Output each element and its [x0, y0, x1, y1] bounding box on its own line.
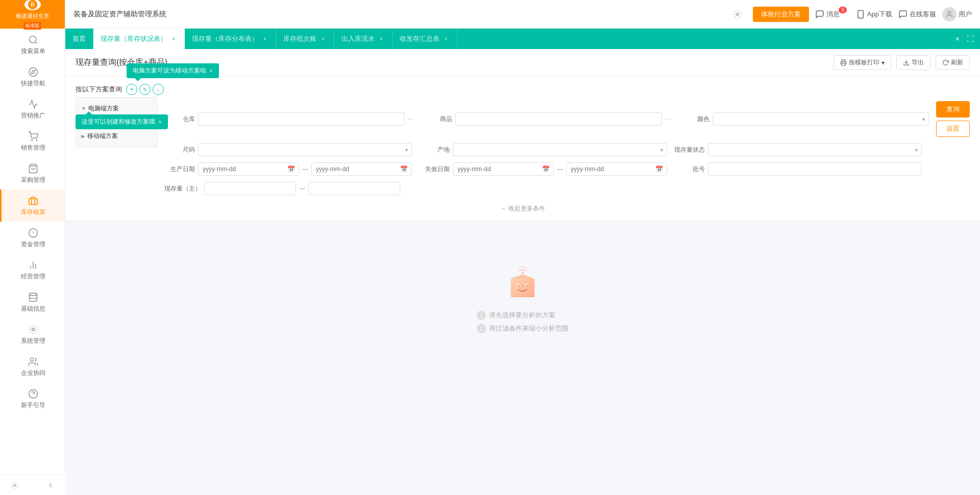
- sidebar-item-system[interactable]: 系统管理: [0, 318, 65, 350]
- svg-point-0: [30, 36, 36, 43]
- goods-dots[interactable]: ···: [665, 115, 672, 123]
- trial-btn[interactable]: 体验行业方案: [753, 7, 809, 22]
- quantity-input[interactable]: [204, 182, 296, 195]
- sidebar-item-operation[interactable]: 经营管理: [0, 254, 65, 286]
- warehouse-input[interactable]: [198, 112, 405, 126]
- svg-point-19: [14, 484, 16, 486]
- tab-inout[interactable]: 出入库流水 ×: [334, 29, 393, 49]
- tab-inout-close[interactable]: ×: [378, 35, 385, 42]
- top-header: 装备及固定资产辅助管理系统 体验行业方案 消息 8 App下载 在线客服 用户: [65, 0, 980, 29]
- svg-marker-3: [31, 70, 35, 74]
- warehouse-dots[interactable]: ···: [408, 115, 414, 123]
- export-btn[interactable]: 导出: [896, 55, 930, 70]
- svg-point-30: [526, 285, 528, 287]
- sidebar-item-enterprise[interactable]: 企业协同: [0, 350, 65, 383]
- sidebar-collapse-btn[interactable]: [36, 477, 65, 493]
- tooltip2-close-btn[interactable]: ×: [158, 119, 162, 126]
- scheme-mobile-expand[interactable]: ▶ 移动端方案: [76, 129, 157, 143]
- produce-date-start: [198, 162, 299, 176]
- tab-fullscreen-btn[interactable]: ⛶: [965, 33, 976, 45]
- sidebar-item-purchase[interactable]: 采购管理: [0, 157, 65, 190]
- setting-btn[interactable]: 设置: [936, 121, 970, 137]
- sidebar-item-guide[interactable]: 新手引导: [0, 383, 65, 415]
- logo-text: 畅捷通好生意: [16, 12, 50, 20]
- expire-date-start: [453, 162, 554, 176]
- tab-inventory-status-label: 现存量（库存状况表）: [101, 34, 167, 43]
- tooltip1-text: 电脑方案可设为移动方案啦: [133, 66, 206, 75]
- tab-batch[interactable]: 库存批次账 ×: [276, 29, 334, 49]
- filter-group-quantity: 现存量（主） —: [164, 182, 970, 195]
- logo-icon: [24, 0, 41, 10]
- export-label: 导出: [912, 58, 924, 67]
- sidebar-item-quicknav[interactable]: 快捷导航: [0, 61, 65, 93]
- template-print-btn[interactable]: 按模板打印 ▾: [834, 55, 891, 70]
- sidebar-item-search[interactable]: 搜索菜单: [0, 29, 65, 61]
- produce-date-start-input[interactable]: [198, 162, 299, 176]
- tab-batch-label: 库存批次账: [283, 34, 316, 43]
- sidebar-settings-btn[interactable]: [0, 477, 30, 493]
- collapse-bar: 收起更多条件: [76, 201, 970, 218]
- svg-point-16: [30, 358, 34, 362]
- arrow-scheme-btn[interactable]: ←: [153, 84, 164, 95]
- tab-inventory-status-close[interactable]: ×: [170, 35, 177, 42]
- svg-point-14: [30, 293, 37, 296]
- scheme-desktop-label: 电脑端方案: [88, 104, 119, 113]
- edit-scheme-btn[interactable]: ✎: [139, 84, 151, 95]
- filter-group-color: 颜色: [679, 112, 929, 126]
- filter-group-size: 尺码: [164, 143, 412, 156]
- scheme-mobile-label: 移动端方案: [87, 132, 118, 140]
- app-label: App下载: [867, 10, 892, 19]
- tab-inventory-dist-close[interactable]: ×: [261, 35, 268, 42]
- sidebar-logo: 畅捷通好生意 标准版: [0, 0, 65, 29]
- inv-status-select[interactable]: [708, 143, 922, 156]
- collapse-btn[interactable]: 收起更多条件: [500, 204, 545, 213]
- sidebar-item-inventory[interactable]: 库存核算: [0, 190, 65, 222]
- refresh-btn[interactable]: 刷新: [936, 55, 970, 70]
- svg-point-15: [32, 328, 35, 331]
- tab-inventory-dist[interactable]: 现存量（库存分布表） ×: [185, 29, 276, 49]
- sidebar-item-basic[interactable]: 基础信息: [0, 286, 65, 318]
- tab-inventory-status[interactable]: 现存量（库存状况表） ×: [93, 29, 185, 49]
- sidebar-item-finance[interactable]: 资金管理: [0, 222, 65, 254]
- size-select[interactable]: [198, 143, 412, 156]
- user-area[interactable]: 用户: [942, 7, 972, 21]
- quantity-input-end[interactable]: [308, 182, 400, 195]
- svg-rect-24: [842, 63, 845, 65]
- svg-point-29: [518, 285, 520, 287]
- search-btn[interactable]: 查询: [936, 101, 970, 117]
- tab-summary-close[interactable]: ×: [443, 35, 450, 42]
- goods-input[interactable]: [455, 112, 662, 126]
- filter-group-produce-date: 生产日期 —: [164, 162, 412, 176]
- produce-date-end-input[interactable]: [311, 162, 412, 176]
- sidebar-item-inventory-label: 库存核算: [21, 208, 45, 217]
- support-btn[interactable]: 在线客服: [898, 10, 936, 19]
- expire-date-start-input[interactable]: [453, 162, 554, 176]
- color-select[interactable]: [713, 112, 929, 126]
- tab-summary[interactable]: 收发存汇总表 ×: [393, 29, 457, 49]
- size-label: 尺码: [164, 146, 195, 154]
- origin-select[interactable]: [453, 143, 667, 156]
- filter-icons: + ✎ ←: [126, 84, 164, 95]
- tab-close-all-btn[interactable]: ×: [953, 33, 962, 45]
- sidebar-item-marketing[interactable]: 营销推广: [0, 93, 65, 125]
- tab-home[interactable]: 首页: [65, 29, 93, 49]
- expire-date-end-input[interactable]: [566, 162, 667, 176]
- sidebar-item-quicknav-label: 快捷导航: [21, 79, 45, 88]
- add-scheme-btn[interactable]: +: [126, 84, 137, 95]
- message-btn[interactable]: 消息 8: [815, 10, 850, 19]
- sidebar-item-sales[interactable]: 销售管理: [0, 125, 65, 157]
- message-badge: 8: [839, 7, 847, 13]
- svg-point-4: [32, 140, 33, 141]
- tab-batch-close[interactable]: ×: [320, 35, 327, 42]
- filter-group-goods: 商品 ···: [422, 112, 672, 126]
- batch-label: 批号: [674, 165, 705, 174]
- batch-input[interactable]: [708, 162, 922, 176]
- sidebar-bottom-bar: [0, 475, 65, 495]
- app-download-btn[interactable]: App下载: [856, 10, 892, 19]
- settings-icon[interactable]: [732, 9, 743, 19]
- tooltip1-close-btn[interactable]: ×: [209, 67, 213, 75]
- main-content: 装备及固定资产辅助管理系统 体验行业方案 消息 8 App下载 在线客服 用户 …: [65, 0, 980, 495]
- filter-group-inv-status: 现存量状态: [674, 143, 922, 156]
- produce-date-label: 生产日期: [164, 165, 195, 174]
- tab-summary-label: 收发存汇总表: [400, 34, 439, 43]
